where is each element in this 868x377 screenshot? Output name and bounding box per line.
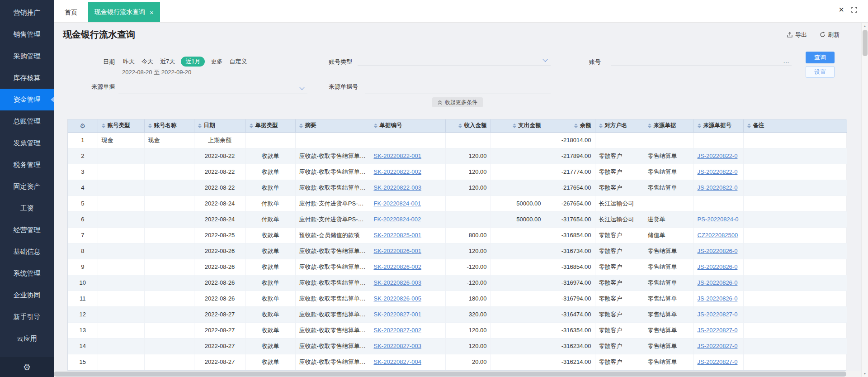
fullscreen-icon[interactable] xyxy=(851,7,857,13)
doc-no-link[interactable]: SK-20220827-004 xyxy=(374,358,422,365)
doc-no-link[interactable]: SK-20220827-001 xyxy=(374,311,422,318)
sort-icon[interactable] xyxy=(299,124,303,128)
cell-sourceDocNo[interactable]: JS-20220826-0 xyxy=(693,243,743,259)
cell-sourceDocNo[interactable]: PS-20220824-0 xyxy=(693,211,743,227)
scroll-down-arrow-icon[interactable]: ▼ xyxy=(862,370,868,377)
sidebar-item[interactable]: 工资 xyxy=(0,197,54,219)
source-doc-no-link[interactable]: JS-20220827-0 xyxy=(698,358,738,365)
sidebar-item[interactable]: 企业协同 xyxy=(0,284,54,306)
cell-docNo[interactable]: SK-20220826-002 xyxy=(370,259,445,275)
sort-icon[interactable] xyxy=(513,124,516,128)
cell-docNo[interactable]: SK-20220827-004 xyxy=(370,354,445,370)
column-header[interactable]: 日期 xyxy=(194,119,245,132)
cell-sourceDocNo[interactable]: JS-20220826-0 xyxy=(693,275,743,291)
sidebar-item[interactable]: 基础信息 xyxy=(0,241,54,262)
sort-icon[interactable] xyxy=(458,124,462,128)
sort-icon[interactable] xyxy=(574,124,578,128)
cell-sourceDocNo[interactable]: JS-20220822-0 xyxy=(693,180,743,196)
doc-no-link[interactable]: SK-20220822-002 xyxy=(374,168,422,175)
cell-docNo[interactable]: SK-20220825-001 xyxy=(370,227,445,243)
column-header[interactable]: 余额 xyxy=(545,119,595,132)
doc-no-link[interactable]: SK-20220826-005 xyxy=(374,295,422,302)
sort-icon[interactable] xyxy=(698,124,701,128)
scroll-up-arrow-icon[interactable]: ▲ xyxy=(862,23,868,29)
source-doc-no-link[interactable]: JS-20220826-0 xyxy=(698,263,738,270)
column-header[interactable]: 对方户名 xyxy=(595,119,644,132)
sidebar-settings-button[interactable]: ⚙ xyxy=(0,357,54,377)
date-option[interactable]: 近7天 xyxy=(159,57,176,67)
sidebar-item[interactable]: 固定资产 xyxy=(0,176,54,197)
doc-no-link[interactable]: SK-20220827-003 xyxy=(374,343,422,349)
account-input[interactable]: … xyxy=(611,54,792,66)
sidebar-item[interactable]: 发票管理 xyxy=(0,132,54,154)
column-header[interactable]: 摘要 xyxy=(295,119,370,132)
cell-docNo[interactable]: SK-20220827-003 xyxy=(370,338,445,354)
cell-sourceDocNo[interactable]: CZ2022082500 xyxy=(693,227,743,243)
settings-button[interactable]: 设置 xyxy=(806,66,835,78)
query-button[interactable]: 查询 xyxy=(806,52,835,63)
source-doc-no-link[interactable]: JS-20220826-0 xyxy=(698,279,738,286)
column-header[interactable]: 单据类型 xyxy=(245,119,295,132)
date-option[interactable]: 今天 xyxy=(141,57,154,67)
refresh-button[interactable]: 刷新 xyxy=(820,31,840,39)
doc-no-link[interactable]: SK-20220826-003 xyxy=(374,279,422,286)
source-doc-no-link[interactable]: JS-20220822-0 xyxy=(698,168,738,175)
sort-icon[interactable] xyxy=(374,124,377,128)
column-header[interactable]: 收入金额 xyxy=(445,119,491,132)
vertical-scrollbar[interactable]: ▲ ▼ xyxy=(861,23,868,377)
sort-icon[interactable] xyxy=(148,124,152,128)
cell-sourceDocNo[interactable]: JS-20220826-0 xyxy=(693,259,743,275)
ellipsis-icon[interactable]: … xyxy=(783,57,790,64)
sort-icon[interactable] xyxy=(599,124,603,128)
sidebar-item[interactable]: 云应用 xyxy=(0,328,54,349)
cell-sourceDocNo[interactable]: JS-20220827-0 xyxy=(693,322,743,338)
cell-docNo[interactable]: SK-20220826-001 xyxy=(370,243,445,259)
source-doc-no-link[interactable]: JS-20220822-0 xyxy=(698,153,738,159)
cell-sourceDocNo[interactable]: JS-20220827-0 xyxy=(693,338,743,354)
source-doc-no-link[interactable]: JS-20220827-0 xyxy=(698,343,738,349)
close-icon[interactable]: × xyxy=(839,5,844,14)
doc-no-link[interactable]: SK-20220822-001 xyxy=(374,153,422,159)
date-option[interactable]: 近1月 xyxy=(181,57,205,67)
cell-sourceDocNo[interactable]: JS-20220822-0 xyxy=(693,164,743,180)
column-header[interactable]: 账号名称 xyxy=(144,119,194,132)
horizontal-scrollbar[interactable] xyxy=(54,371,861,377)
sidebar-item[interactable]: 税务管理 xyxy=(0,154,54,176)
sidebar-item[interactable]: 销售管理 xyxy=(0,24,54,45)
doc-no-link[interactable]: SK-20220826-001 xyxy=(374,248,422,254)
sort-icon[interactable] xyxy=(250,124,253,128)
cell-sourceDocNo[interactable]: JS-20220826-0 xyxy=(693,291,743,306)
account-type-select[interactable] xyxy=(358,54,551,66)
source-doc-no-link[interactable]: CZ2022082500 xyxy=(698,232,738,239)
column-header[interactable]: 支出金额 xyxy=(491,119,545,132)
sidebar-item[interactable]: 库存核算 xyxy=(0,67,54,89)
cell-docNo[interactable]: FK-20220824-002 xyxy=(370,211,445,227)
doc-no-link[interactable]: FK-20220824-001 xyxy=(374,200,421,207)
cell-docNo[interactable]: SK-20220822-002 xyxy=(370,164,445,180)
column-header[interactable]: 来源单据 xyxy=(644,119,693,132)
source-doc-no-link[interactable]: JS-20220826-0 xyxy=(698,248,738,254)
sidebar-item[interactable]: 营销推广 xyxy=(0,2,54,24)
source-doc-no-link[interactable]: JS-20220826-0 xyxy=(698,295,738,302)
cell-sourceDocNo[interactable]: JS-20220827-0 xyxy=(693,354,743,370)
column-header[interactable]: 来源单据号 xyxy=(693,119,743,132)
cell-docNo[interactable]: SK-20220826-003 xyxy=(370,275,445,291)
sidebar-item[interactable]: 总账管理 xyxy=(0,110,54,132)
cell-docNo[interactable]: SK-20220822-003 xyxy=(370,180,445,196)
collapse-conditions-button[interactable]: 收起更多条件 xyxy=(432,97,483,107)
column-header[interactable]: 账号类型 xyxy=(98,119,144,132)
source-doc-no-link[interactable]: JS-20220827-0 xyxy=(698,311,738,318)
sort-icon[interactable] xyxy=(747,124,751,128)
source-doc-no-link[interactable]: JS-20220822-0 xyxy=(698,184,738,191)
source-doc-select[interactable] xyxy=(118,82,307,94)
doc-no-link[interactable]: FK-20220824-002 xyxy=(374,216,421,223)
cell-sourceDocNo[interactable]: JS-20220827-0 xyxy=(693,306,743,322)
column-header[interactable]: 备注 xyxy=(743,119,847,132)
sidebar-item[interactable]: 新手引导 xyxy=(0,306,54,328)
export-button[interactable]: 导出 xyxy=(787,31,807,39)
vertical-scrollbar-thumb[interactable] xyxy=(863,30,868,56)
tab-home[interactable]: 首页 xyxy=(54,2,88,22)
cell-sourceDocNo[interactable]: JS-20220822-0 xyxy=(693,148,743,164)
sidebar-item[interactable]: 资金管理 xyxy=(0,89,54,110)
doc-no-link[interactable]: SK-20220827-002 xyxy=(374,327,422,334)
